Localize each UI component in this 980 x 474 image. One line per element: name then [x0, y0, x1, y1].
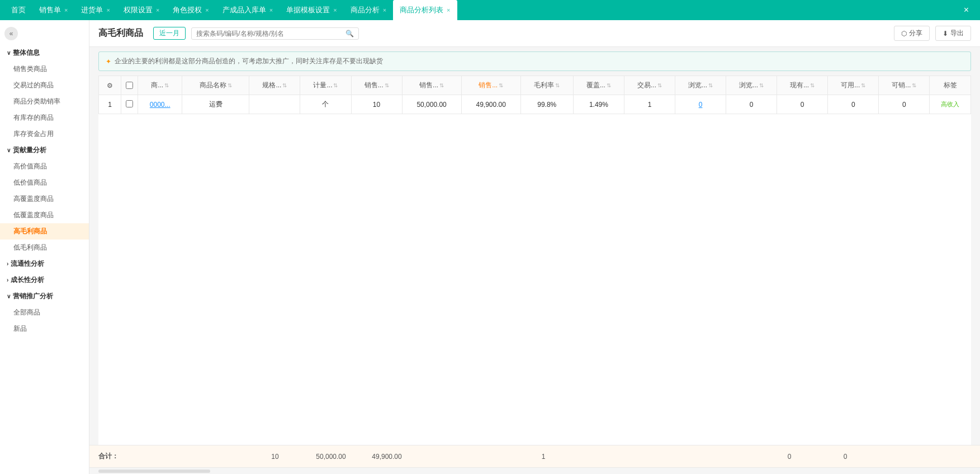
sort-browse2-icon[interactable]: ⇅ — [759, 82, 764, 88]
sidebar-item-high-margin[interactable]: 高毛利商品 — [0, 223, 89, 240]
sidebar-item-all-goods[interactable]: 全部商品 — [0, 304, 89, 321]
sidebar-item-sales-goods[interactable]: 销售类商品 — [0, 61, 89, 77]
sidebar-group-growth[interactable]: › 成长性分析 — [0, 272, 89, 288]
sidebar-group-overall[interactable]: ∨ 整体信息 — [0, 45, 89, 61]
row-checkbox[interactable] — [121, 95, 138, 114]
close-analysis-list-tab[interactable]: × — [447, 7, 450, 13]
sidebar-group-circulation[interactable]: › 流通性分析 — [0, 256, 89, 272]
search-input[interactable] — [196, 30, 345, 37]
nav-analysis[interactable]: 商品分析 × — [344, 0, 393, 20]
arrow-growth-icon: › — [7, 277, 8, 283]
col-checkbox[interactable] — [121, 76, 138, 95]
sidebar-item-low-coverage[interactable]: 低覆盖度商品 — [0, 207, 89, 223]
sidebar-item-low-margin[interactable]: 低毛利商品 — [0, 240, 89, 256]
share-icon: ⬡ — [901, 30, 907, 37]
row-spec — [249, 95, 300, 114]
sidebar-item-low-value[interactable]: 低价值商品 — [0, 175, 89, 191]
sort-spec-icon[interactable]: ⇅ — [282, 82, 287, 88]
footer-sales-net: 49,900.00 — [364, 453, 409, 461]
close-analysis-tab[interactable]: × — [383, 7, 386, 13]
sort-coverage-icon[interactable]: ⇅ — [607, 82, 611, 88]
row-gross-rate: 99.8% — [520, 95, 573, 114]
horizontal-scrollbar[interactable] — [89, 467, 980, 474]
nav-production[interactable]: 产成品入库单 × — [216, 0, 280, 20]
row-available: 0 — [828, 95, 879, 114]
scroll-thumb[interactable] — [98, 470, 210, 473]
col-gross-rate: 毛利率⇅ — [520, 76, 573, 95]
select-all-checkbox[interactable] — [126, 82, 133, 89]
nav-roles[interactable]: 角色授权 × — [166, 0, 215, 20]
export-button[interactable]: ⬇ 导出 — [935, 26, 971, 41]
collapse-sidebar-button[interactable]: « — [4, 27, 18, 40]
sort-grossrate-icon[interactable]: ⇅ — [555, 82, 560, 88]
sidebar-item-traded-goods[interactable]: 交易过的商品 — [0, 77, 89, 93]
sidebar-item-category-rate[interactable]: 商品分类助销率 — [0, 93, 89, 110]
col-sales-qty: 销售...⇅ — [351, 76, 402, 95]
close-production-tab[interactable]: × — [269, 7, 273, 13]
close-sales-tab[interactable]: × — [64, 7, 68, 13]
sidebar-item-new-goods[interactable]: 新品 — [0, 321, 89, 337]
col-browse2: 浏览...⇅ — [726, 76, 777, 95]
nav-analysis-list[interactable]: 商品分析列表 × — [393, 0, 457, 20]
row-sales-amt: 50,000.00 — [402, 95, 461, 114]
sidebar-item-stock-capital[interactable]: 库存资金占用 — [0, 126, 89, 142]
row-browse1[interactable]: 0 — [675, 95, 726, 114]
sort-unit-icon[interactable]: ⇅ — [333, 82, 338, 88]
info-banner: ✦ 企业的主要的利润都是这部分商品创造的，可考虑加大推广，同时关注库存是不要出现… — [98, 51, 971, 71]
sort-browse1-icon[interactable]: ⇅ — [708, 82, 713, 88]
sort-available-icon[interactable]: ⇅ — [861, 82, 865, 88]
footer-saleable: 0 — [823, 453, 868, 461]
close-template-tab[interactable]: × — [333, 7, 337, 13]
row-name: 运费 — [182, 95, 249, 114]
col-unit: 计量...⇅ — [300, 76, 351, 95]
sidebar-group-marketing[interactable]: ∨ 营销推广分析 — [0, 288, 89, 304]
col-sales-net: 销售...⇅ — [461, 76, 520, 95]
search-icon[interactable]: 🔍 — [345, 30, 354, 37]
row-tag: 高收入 — [930, 95, 971, 114]
sidebar-item-high-value[interactable]: 高价值商品 — [0, 158, 89, 175]
col-tag: 标签 — [930, 76, 971, 95]
close-roles-tab[interactable]: × — [205, 7, 209, 13]
row-select-checkbox[interactable] — [126, 100, 133, 107]
sidebar-item-stocked-goods[interactable]: 有库存的商品 — [0, 110, 89, 126]
sidebar-group-contribution[interactable]: ∨ 贡献量分析 — [0, 142, 89, 158]
nav-template[interactable]: 单据模板设置 × — [280, 0, 343, 20]
nav-purchase[interactable]: 进货单 × — [74, 0, 116, 20]
search-box: 🔍 — [191, 27, 359, 40]
table-footer: 合计： 10 50,000.00 49,900.00 1 0 0 — [89, 445, 980, 467]
content-area: 高毛利商品 近一月 🔍 ⬡ 分享 ⬇ 导出 ✦ 企业的主要 — [89, 20, 980, 474]
row-code[interactable]: 0000... — [138, 95, 182, 114]
share-button[interactable]: ⬡ 分享 — [894, 26, 930, 41]
col-transactions: 交易...⇅ — [624, 76, 675, 95]
col-coverage: 覆盖...⇅ — [573, 76, 624, 95]
col-browse1: 浏览...⇅ — [675, 76, 726, 95]
close-purchase-tab[interactable]: × — [106, 7, 110, 13]
arrow-marketing-icon: ∨ — [7, 293, 11, 299]
data-table: ⚙ 商...⇅ 商品名称⇅ 规 — [98, 76, 971, 114]
sort-current-icon[interactable]: ⇅ — [810, 82, 815, 88]
footer-sales-qty: 10 — [253, 453, 297, 461]
sort-name-icon[interactable]: ⇅ — [228, 82, 232, 88]
col-available: 可用...⇅ — [828, 76, 879, 95]
sort-salesqty-icon[interactable]: ⇅ — [385, 82, 389, 88]
row-unit: 个 — [300, 95, 351, 114]
sort-saleable-icon[interactable]: ⇅ — [912, 82, 916, 88]
sort-code-icon[interactable]: ⇅ — [164, 82, 169, 88]
sort-salesnet-icon[interactable]: ⇅ — [499, 82, 503, 88]
export-icon: ⬇ — [943, 30, 948, 37]
table-wrapper: ⚙ 商...⇅ 商品名称⇅ 规 — [98, 76, 971, 445]
filter-month-button[interactable]: 近一月 — [153, 27, 186, 40]
table-header-row: ⚙ 商...⇅ 商品名称⇅ 规 — [99, 76, 971, 95]
sort-transactions-icon[interactable]: ⇅ — [657, 82, 662, 88]
sort-salesamt-icon[interactable]: ⇅ — [439, 82, 444, 88]
nav-home[interactable]: 首页 — [4, 0, 32, 20]
row-sales-qty: 10 — [351, 95, 402, 114]
close-permissions-tab[interactable]: × — [156, 7, 159, 13]
sidebar-item-high-coverage[interactable]: 高覆盖度商品 — [0, 191, 89, 207]
footer-sales-amt: 50,000.00 — [309, 453, 353, 461]
close-all-button[interactable]: × — [957, 5, 976, 15]
nav-sales[interactable]: 销售单 × — [32, 0, 74, 20]
arrow-circulation-icon: › — [7, 261, 8, 267]
nav-permissions[interactable]: 权限设置 × — [117, 0, 166, 20]
col-settings[interactable]: ⚙ — [99, 76, 121, 95]
